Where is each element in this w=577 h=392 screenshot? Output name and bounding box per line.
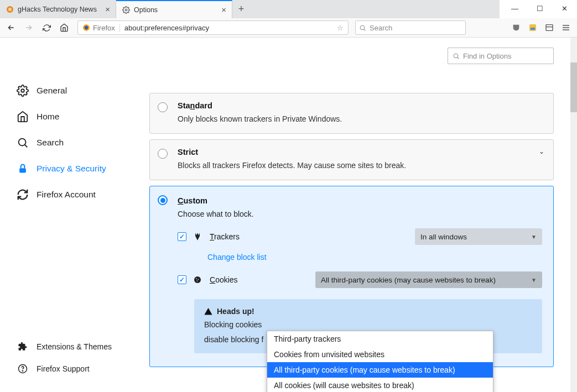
sidebar-item-label: Search bbox=[37, 138, 64, 148]
main-panel: Standard Only blocks known trackers in P… bbox=[149, 93, 554, 367]
gear-icon bbox=[17, 85, 29, 97]
firefox-favicon-icon bbox=[82, 24, 90, 32]
help-icon bbox=[17, 363, 29, 375]
ghacks-favicon-icon bbox=[6, 5, 14, 14]
svg-point-5 bbox=[360, 25, 365, 30]
dropdown-option[interactable]: All cookies (will cause websites to brea… bbox=[267, 378, 493, 392]
search-icon bbox=[453, 53, 460, 60]
search-bar[interactable]: Search bbox=[355, 20, 466, 35]
home-button[interactable] bbox=[56, 20, 72, 35]
close-icon[interactable]: × bbox=[105, 4, 110, 14]
option-title: Standard bbox=[178, 101, 542, 110]
sidebar-item-general[interactable]: General bbox=[17, 77, 138, 103]
svg-point-17 bbox=[197, 279, 199, 280]
svg-point-10 bbox=[21, 89, 24, 92]
menu-button[interactable] bbox=[558, 20, 574, 35]
svg-point-15 bbox=[194, 276, 201, 283]
svg-point-14 bbox=[22, 370, 23, 371]
back-button[interactable] bbox=[3, 20, 19, 35]
search-placeholder: Search bbox=[370, 24, 392, 32]
sidebar-item-extensions[interactable]: Extensions & Themes bbox=[17, 336, 138, 358]
category-sidebar: General Home Search Privacy & Security F… bbox=[17, 77, 138, 207]
svg-point-9 bbox=[454, 54, 458, 58]
select-value: All third-party cookies (may cause websi… bbox=[321, 276, 496, 284]
trackers-select[interactable]: In all windows ▼ bbox=[415, 228, 542, 245]
extension-icon[interactable] bbox=[525, 20, 540, 35]
lock-icon bbox=[17, 163, 29, 175]
trackers-row: ✓ Trackers In all windows ▼ bbox=[178, 228, 542, 245]
minimize-button[interactable]: — bbox=[502, 0, 527, 17]
tab-label: Options bbox=[134, 6, 158, 14]
forward-button[interactable] bbox=[21, 20, 37, 35]
change-block-list-row: Change block list bbox=[178, 253, 542, 262]
cookies-label: Cookies bbox=[210, 275, 238, 284]
cookies-select[interactable]: All third-party cookies (may cause websi… bbox=[315, 271, 542, 288]
cookies-checkbox[interactable]: ✓ bbox=[178, 275, 186, 284]
svg-point-16 bbox=[196, 278, 197, 279]
svg-point-2 bbox=[125, 9, 127, 11]
svg-rect-12 bbox=[19, 168, 26, 173]
reload-button[interactable] bbox=[39, 20, 54, 35]
radio-strict[interactable] bbox=[158, 149, 168, 159]
sidebar-item-label: Firefox Support bbox=[37, 364, 90, 373]
sidebar-item-search[interactable]: Search bbox=[17, 129, 138, 155]
radio-standard[interactable] bbox=[158, 102, 168, 112]
warning-icon bbox=[204, 307, 212, 316]
svg-rect-7 bbox=[531, 28, 535, 30]
svg-point-11 bbox=[19, 138, 26, 145]
new-tab-button[interactable]: + bbox=[232, 0, 250, 18]
heads-up-title: Heads up! bbox=[204, 307, 532, 316]
chevron-down-icon[interactable]: ⌄ bbox=[539, 148, 544, 155]
identity-label: Firefox bbox=[93, 24, 115, 32]
option-desc: Choose what to block. bbox=[178, 210, 542, 218]
tab-ghacks[interactable]: gHacks Technology News × bbox=[0, 0, 116, 18]
option-title: Custom bbox=[178, 196, 542, 205]
chevron-down-icon: ▼ bbox=[531, 277, 537, 283]
sidebar-item-label: General bbox=[37, 86, 67, 96]
sidebar-item-privacy[interactable]: Privacy & Security bbox=[17, 155, 138, 181]
cookies-dropdown[interactable]: Third-party trackers Cookies from unvisi… bbox=[267, 331, 493, 392]
option-title: Strict bbox=[178, 148, 542, 156]
change-block-list-link[interactable]: Change block list bbox=[207, 253, 267, 262]
sidebar-item-account[interactable]: Firefox Account bbox=[17, 181, 138, 207]
tab-strip: gHacks Technology News × Options × + bbox=[0, 0, 500, 18]
sidebar-item-support[interactable]: Firefox Support bbox=[17, 358, 138, 380]
dropdown-option-selected[interactable]: All third-party cookies (may cause websi… bbox=[267, 362, 493, 378]
svg-rect-8 bbox=[546, 25, 553, 31]
scrollbar-thumb[interactable] bbox=[570, 62, 577, 112]
library-icon[interactable] bbox=[542, 20, 557, 35]
option-standard[interactable]: Standard Only blocks known trackers in P… bbox=[149, 93, 554, 134]
trackers-label: Trackers bbox=[210, 232, 240, 241]
select-value: In all windows bbox=[420, 233, 467, 241]
sidebar-item-label: Extensions & Themes bbox=[37, 342, 112, 351]
address-bar[interactable]: Firefox about:preferences#privacy ☆ bbox=[77, 20, 349, 35]
sidebar-bottom: Extensions & Themes Firefox Support bbox=[17, 336, 138, 380]
find-in-options[interactable]: Find in Options bbox=[448, 48, 554, 64]
sidebar-item-home[interactable]: Home bbox=[17, 103, 138, 129]
maximize-button[interactable]: ☐ bbox=[527, 0, 552, 17]
sync-icon bbox=[17, 189, 29, 201]
chevron-down-icon: ▼ bbox=[531, 234, 537, 240]
option-desc: Only blocks known trackers in Private Wi… bbox=[178, 114, 542, 123]
tab-options[interactable]: Options × bbox=[116, 0, 232, 18]
ublock-icon[interactable] bbox=[508, 20, 524, 35]
trackers-checkbox[interactable]: ✓ bbox=[178, 232, 186, 241]
titlebar: — ☐ ✕ bbox=[500, 0, 577, 17]
cookie-icon bbox=[193, 275, 203, 284]
tab-label: gHacks Technology News bbox=[18, 6, 97, 13]
search-icon bbox=[359, 24, 366, 32]
puzzle-icon bbox=[17, 341, 29, 353]
svg-point-18 bbox=[196, 280, 197, 281]
scrollbar-track[interactable] bbox=[570, 38, 577, 392]
radio-custom[interactable] bbox=[158, 195, 168, 205]
close-window-button[interactable]: ✕ bbox=[552, 0, 577, 17]
dropdown-option[interactable]: Cookies from unvisited websites bbox=[267, 347, 493, 362]
close-icon[interactable]: × bbox=[221, 5, 226, 14]
svg-point-4 bbox=[85, 26, 88, 29]
bookmark-star-icon[interactable]: ☆ bbox=[332, 24, 348, 32]
tracker-icon bbox=[193, 232, 203, 241]
dropdown-option[interactable]: Third-party trackers bbox=[267, 331, 493, 347]
identity-box[interactable]: Firefox bbox=[78, 24, 120, 32]
gear-icon bbox=[122, 6, 131, 14]
option-strict[interactable]: Strict Blocks all trackers Firefox detec… bbox=[149, 139, 554, 180]
